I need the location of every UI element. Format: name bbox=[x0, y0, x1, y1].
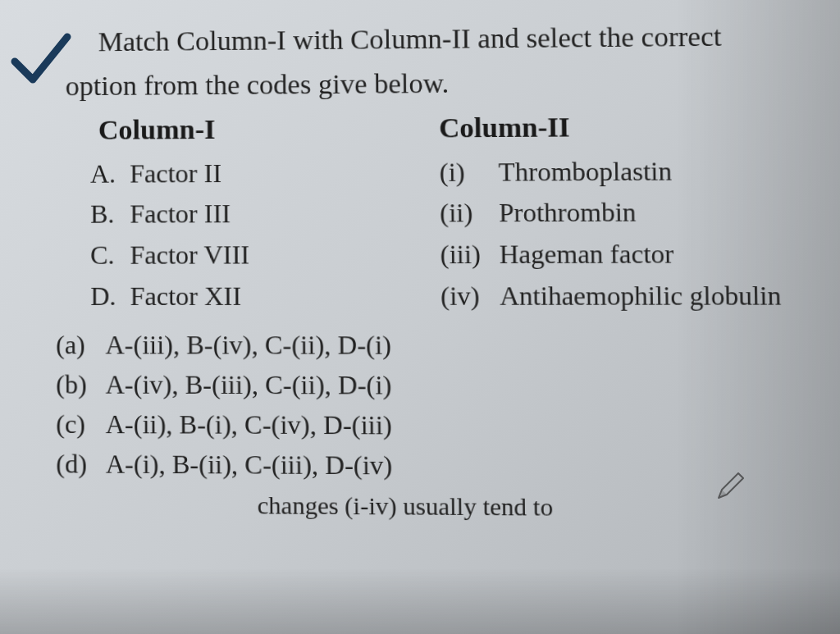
item-roman: (i) bbox=[439, 152, 498, 193]
shadow-bottom bbox=[0, 568, 840, 634]
answer-options: (a) A-(iii), B-(iv), C-(ii), D-(i) (b) A… bbox=[56, 325, 840, 487]
item-letter: A. bbox=[90, 153, 130, 194]
option-b: (b) A-(iv), B-(iii), C-(ii), D-(i) bbox=[56, 364, 838, 406]
column-one-item-d: D. Factor XII bbox=[90, 276, 390, 317]
option-letter: (a) bbox=[56, 325, 105, 364]
item-text: Hageman factor bbox=[499, 234, 673, 276]
item-text: Prothrombin bbox=[499, 192, 637, 234]
cutoff-text: changes (i-iv) usually tend to bbox=[258, 491, 840, 523]
column-one: Column-I A. Factor II B. Factor III C. F… bbox=[90, 112, 390, 317]
item-roman: (ii) bbox=[440, 193, 499, 234]
column-two-header: Column-II bbox=[439, 110, 834, 144]
column-one-item-c: C. Factor VIII bbox=[90, 235, 390, 276]
item-letter: B. bbox=[90, 194, 130, 235]
option-letter: (b) bbox=[56, 364, 105, 404]
question-line-1: Match Column-I with Column-II and select… bbox=[98, 16, 833, 61]
column-two-item-i: (i) Thromboplastin bbox=[439, 150, 834, 194]
column-two: Column-II (i) Thromboplastin (ii) Prothr… bbox=[439, 110, 837, 317]
option-c: (c) A-(ii), B-(i), C-(iv), D-(iii) bbox=[56, 404, 839, 447]
item-text: Factor II bbox=[130, 153, 221, 194]
column-two-item-ii: (ii) Prothrombin bbox=[440, 192, 836, 235]
option-text: A-(iii), B-(iv), C-(ii), D-(i) bbox=[105, 325, 391, 365]
option-letter: (d) bbox=[56, 444, 106, 484]
option-letter: (c) bbox=[56, 404, 106, 445]
item-text: Factor III bbox=[130, 194, 231, 235]
item-roman: (iii) bbox=[440, 234, 500, 275]
column-one-item-b: B. Factor III bbox=[90, 194, 390, 235]
option-text: A-(i), B-(ii), C-(iii), D-(iv) bbox=[106, 444, 393, 485]
column-two-item-iii: (iii) Hageman factor bbox=[440, 233, 836, 276]
item-text: Factor XII bbox=[130, 276, 241, 317]
question-line-2: option from the codes give below. bbox=[66, 62, 833, 105]
option-text: A-(ii), B-(i), C-(iv), D-(iii) bbox=[106, 404, 392, 445]
option-a: (a) A-(iii), B-(iv), C-(ii), D-(i) bbox=[56, 325, 838, 366]
column-one-header: Column-I bbox=[98, 112, 389, 145]
item-text: Thromboplastin bbox=[498, 151, 672, 193]
column-two-item-iv: (iv) Antihaemophilic globulin bbox=[441, 275, 837, 317]
item-text: Factor VIII bbox=[130, 235, 249, 276]
item-letter: D. bbox=[90, 276, 130, 317]
column-one-item-a: A. Factor II bbox=[90, 153, 390, 194]
question-page: Match Column-I with Column-II and select… bbox=[0, 0, 840, 523]
item-roman: (iv) bbox=[441, 276, 500, 317]
item-letter: C. bbox=[90, 235, 130, 276]
columns-container: Column-I A. Factor II B. Factor III C. F… bbox=[90, 110, 838, 317]
option-text: A-(iv), B-(iii), C-(ii), D-(i) bbox=[106, 365, 392, 405]
pencil-icon[interactable] bbox=[714, 467, 750, 503]
item-text: Antihaemophilic globulin bbox=[500, 275, 782, 317]
